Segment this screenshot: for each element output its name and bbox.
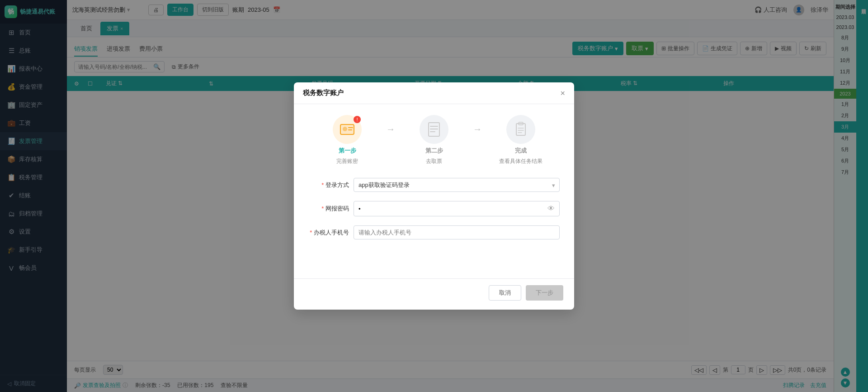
arrow-2: → [473,115,482,134]
modal-close-btn[interactable]: × [560,89,565,97]
cancel-btn[interactable]: 取消 [489,285,521,301]
step-1-badge: ! [354,116,361,123]
clipboard-icon [513,121,529,138]
step-2-label: 第二步 [425,147,443,155]
step-1: ! 第一步 完善账密 [308,115,386,165]
form-row-phone: * 办税人手机号 [308,225,560,239]
step-1-label: 第一步 [339,147,356,155]
step-3-sublabel: 查看具体任务结果 [499,158,542,165]
password-input[interactable] [359,206,545,212]
svg-point-2 [343,127,347,131]
svg-rect-0 [340,124,354,134]
steps-bar: ! 第一步 完善账密 → [308,115,560,165]
modal-title: 税务数字账户 [303,89,344,97]
next-btn[interactable]: 下一步 [526,285,563,301]
password-label: * 网报密码 [308,205,349,213]
form-spacer [308,249,560,267]
phone-label: * 办税人手机号 [308,229,349,237]
svg-rect-9 [516,124,525,135]
form-row-password: * 网报密码 👁 [308,201,560,216]
step-2: 第二步 去取票 [395,115,473,165]
step-1-icon-wrap: ! [333,115,362,144]
step-3-icon-wrap [506,115,535,144]
login-method-select-wrap: app获取验证码登录 ▾ [354,178,560,192]
eye-icon[interactable]: 👁 [547,205,555,213]
step-2-icon-wrap [420,115,448,144]
step-1-sublabel: 完善账密 [336,158,358,165]
form-row-login-method: * 登录方式 app获取验证码登录 ▾ [308,178,560,192]
id-card-icon [339,121,355,138]
invoice-icon [426,121,442,138]
login-method-select[interactable]: app获取验证码登录 [354,178,560,192]
modal-overlay: 税务数字账户 × ! [0,0,868,392]
tax-digital-modal: 税务数字账户 × ! [294,82,574,310]
step-3: 完成 查看具体任务结果 [482,115,560,165]
modal-header: 税务数字账户 × [294,82,574,104]
phone-input[interactable] [354,225,560,239]
login-method-label: * 登录方式 [308,181,349,189]
step-3-label: 完成 [515,147,527,155]
arrow-1: → [386,115,395,134]
modal-footer: 取消 下一步 [294,278,574,310]
password-input-wrap: 👁 [354,201,560,216]
select-dropdown-icon: ▾ [552,182,555,188]
modal-body: ! 第一步 完善账密 → [294,104,574,274]
step-2-sublabel: 去取票 [426,158,442,165]
